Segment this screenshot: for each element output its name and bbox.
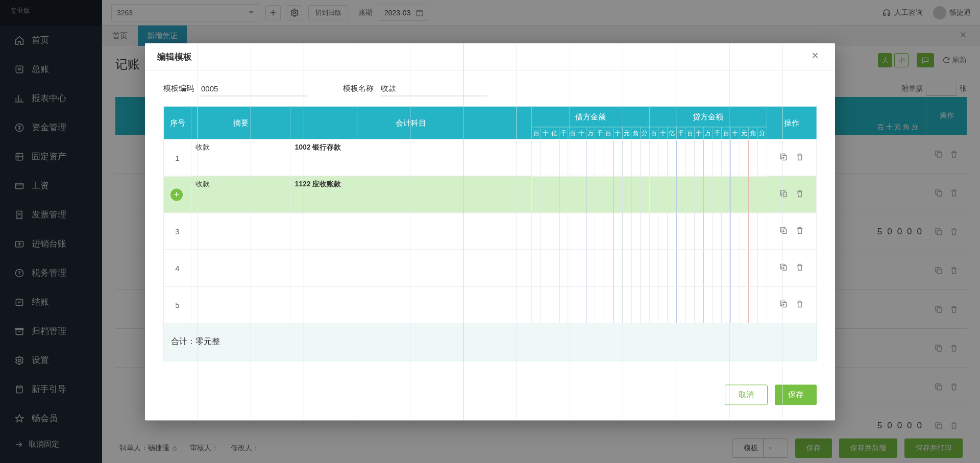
total-credit (649, 323, 767, 361)
modal-overlay: 编辑模板 模板编码 模板名称 序号 摘要 (0, 0, 980, 463)
edit-template-modal: 编辑模板 模板编码 模板名称 序号 摘要 (145, 43, 835, 420)
template-entry-table: 序号 摘要 会计科目 借方金额 贷方金额 操作 百十亿千百十万千百十元角分百十亿… (163, 106, 817, 361)
